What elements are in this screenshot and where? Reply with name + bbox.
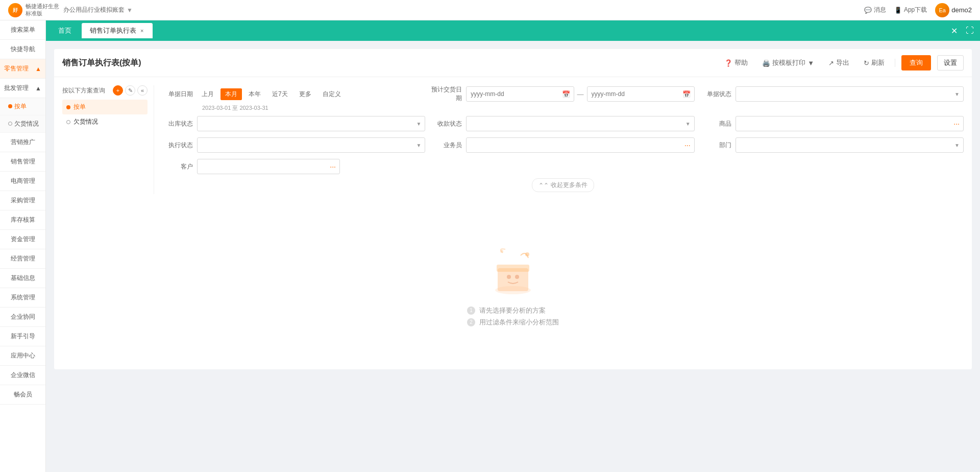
sidebar-item-management[interactable]: 经营管理 bbox=[0, 249, 45, 269]
date-tab-this-year[interactable]: 本年 bbox=[244, 88, 265, 100]
customer-label: 客户 bbox=[162, 162, 193, 171]
scheme-item-欠货情况[interactable]: 欠货情况 bbox=[62, 114, 148, 129]
date-tab-custom[interactable]: 自定义 bbox=[318, 88, 346, 100]
filter-scheme-header: 按以下方案查询 + ✎ « bbox=[62, 85, 148, 96]
help-button[interactable]: ❓ 帮助 bbox=[720, 56, 752, 69]
filter-sidebar-layout: 按以下方案查询 + ✎ « bbox=[62, 85, 964, 194]
receipt-status-select[interactable] bbox=[466, 116, 694, 131]
expected-date-end-input[interactable] bbox=[587, 86, 695, 102]
data-area: 1 请先选择要分析的方案 2 用过滤条件来缩小分析范围 bbox=[54, 204, 972, 369]
tab-close-icon[interactable]: × bbox=[139, 28, 144, 34]
window-expand-icon[interactable]: ⛶ bbox=[964, 24, 976, 37]
dept-select-wrapper bbox=[736, 137, 964, 153]
svg-point-3 bbox=[525, 252, 529, 256]
collapse-button[interactable]: ⌃⌃ 收起更多条件 bbox=[532, 178, 594, 192]
print-button[interactable]: 🖨️ 按模板打印 ▼ bbox=[758, 56, 818, 69]
refresh-button[interactable]: ↻ 刷新 bbox=[860, 56, 889, 69]
sidebar-item-system[interactable]: 系统管理 bbox=[0, 288, 45, 308]
sidebar-item-newbie[interactable]: 新手引导 bbox=[0, 327, 45, 346]
query-button[interactable]: 查询 bbox=[901, 55, 931, 70]
sidebar-sub-item-按单[interactable]: 按单 bbox=[0, 98, 45, 115]
date-tab-last-month[interactable]: 上月 bbox=[197, 88, 218, 100]
svg-point-4 bbox=[500, 250, 503, 253]
sidebar: 搜索菜单 快捷导航 零售管理 ▲ 批发管理 ▲ 按单 欠货情况 营销推广 销售管… bbox=[0, 20, 46, 472]
date-tab-this-month[interactable]: 本月 bbox=[220, 88, 242, 100]
breadcrumb[interactable]: 办公用品行业模拟账套 ▼ bbox=[63, 6, 133, 14]
expected-date-start-wrapper: 📅 bbox=[466, 86, 574, 102]
sidebar-item-inventory[interactable]: 库存核算 bbox=[0, 210, 45, 230]
app-download-button[interactable]: 📱 App下载 bbox=[894, 6, 927, 14]
collapse-bar: ⌃⌃ 收起更多条件 bbox=[162, 174, 964, 194]
doc-status-select[interactable] bbox=[736, 86, 964, 102]
date-tab-more[interactable]: 更多 bbox=[295, 88, 316, 100]
empty-hint-1: 1 请先选择要分析的方案 bbox=[467, 304, 559, 316]
sidebar-item-wholesale[interactable]: 批发管理 ▲ bbox=[0, 79, 45, 98]
filter-date-col: 单据日期 上月 本月 本年 近7天 更多 自定义 bbox=[162, 88, 425, 100]
expected-date-start-input[interactable] bbox=[466, 86, 574, 102]
sidebar-sub-item-欠货情况[interactable]: 欠货情况 bbox=[0, 115, 45, 133]
receipt-status-select-wrapper bbox=[466, 116, 694, 131]
sidebar-item-basic[interactable]: 基础信息 bbox=[0, 269, 45, 288]
page-card: 销售订单执行表(按单) ❓ 帮助 🖨️ 按模板打印 ▼ ↗ bbox=[54, 49, 972, 369]
sidebar-item-appstore[interactable]: 应用中心 bbox=[0, 346, 45, 366]
salesperson-input[interactable] bbox=[466, 137, 694, 153]
message-button[interactable]: 💬 消息 bbox=[864, 6, 886, 14]
filter-receipt-status-col: 收款状态 bbox=[431, 116, 694, 131]
customer-input-wrapper: ··· bbox=[197, 159, 340, 174]
goods-label: 商品 bbox=[701, 120, 731, 128]
scheme-item-按单[interactable]: 按单 bbox=[62, 100, 148, 114]
breadcrumb-arrow-icon: ▼ bbox=[127, 7, 133, 14]
settings-button[interactable]: 设置 bbox=[937, 55, 964, 70]
page-actions: ❓ 帮助 🖨️ 按模板打印 ▼ ↗ 导出 ↻ bbox=[720, 55, 964, 70]
dept-select[interactable] bbox=[736, 137, 964, 153]
tab-sales-order[interactable]: 销售订单执行表 × bbox=[82, 23, 153, 38]
goods-input[interactable] bbox=[736, 116, 964, 131]
logo-area: 好 畅捷通好生意 标准版 bbox=[8, 3, 59, 17]
out-status-select[interactable] bbox=[197, 116, 425, 131]
expected-date-end-wrapper: 📅 bbox=[587, 86, 695, 102]
filter-goods-col: 商品 bbox=[701, 116, 964, 131]
add-scheme-button[interactable]: + bbox=[113, 85, 123, 96]
step-2-icon: 2 bbox=[467, 318, 475, 326]
sidebar-item-retail[interactable]: 零售管理 ▲ bbox=[0, 59, 45, 79]
sidebar-item-wechat[interactable]: 企业微信 bbox=[0, 366, 45, 385]
filter-dept-col: 部门 bbox=[701, 137, 964, 153]
refresh-icon: ↻ bbox=[864, 59, 869, 67]
exec-status-select[interactable] bbox=[197, 137, 425, 153]
sidebar-item-finance[interactable]: 资金管理 bbox=[0, 230, 45, 249]
filter-exec-status-col: 执行状态 bbox=[162, 137, 425, 153]
sidebar-item-cooperation[interactable]: 企业协同 bbox=[0, 308, 45, 327]
user-profile[interactable]: Ea demo2 bbox=[935, 3, 972, 17]
top-header: 好 畅捷通好生意 标准版 办公用品行业模拟账套 ▼ 💬 消息 📱 App下载 E… bbox=[0, 0, 980, 20]
customer-input[interactable] bbox=[197, 159, 340, 174]
collapse-scheme-button[interactable]: « bbox=[137, 85, 148, 96]
exec-status-select-wrapper bbox=[197, 137, 425, 153]
tab-home[interactable]: 首页 bbox=[50, 23, 80, 38]
filter-row-3: 执行状态 业务员 bbox=[162, 137, 964, 153]
help-icon: ❓ bbox=[724, 59, 732, 67]
sidebar-item-purchase[interactable]: 采购管理 bbox=[0, 191, 45, 210]
exec-status-label: 执行状态 bbox=[162, 141, 193, 150]
out-status-label: 出库状态 bbox=[162, 120, 193, 128]
sidebar-item-sales[interactable]: 销售管理 bbox=[0, 152, 45, 172]
sidebar-item-member[interactable]: 畅会员 bbox=[0, 385, 45, 405]
date-tab-7days[interactable]: 近7天 bbox=[267, 88, 292, 100]
sidebar-item-marketing[interactable]: 营销推广 bbox=[0, 133, 45, 152]
filter-area: 按以下方案查询 + ✎ « bbox=[54, 77, 972, 202]
svg-point-5 bbox=[507, 275, 511, 279]
export-button[interactable]: ↗ 导出 bbox=[824, 56, 853, 69]
window-close-icon[interactable]: ✕ bbox=[949, 24, 960, 38]
empty-text-list: 1 请先选择要分析的方案 2 用过滤条件来缩小分析范围 bbox=[467, 304, 559, 328]
sidebar-item-ecommerce[interactable]: 电商管理 bbox=[0, 172, 45, 191]
scheme-inactive-dot bbox=[66, 120, 70, 124]
empty-state: 1 请先选择要分析的方案 2 用过滤条件来缩小分析范围 bbox=[54, 204, 972, 369]
edit-scheme-button[interactable]: ✎ bbox=[125, 85, 135, 96]
sidebar-quick-nav[interactable]: 快捷导航 bbox=[0, 40, 45, 59]
expected-date-inputs: 📅 — 📅 bbox=[466, 86, 694, 102]
date-tabs: 上月 本月 本年 近7天 更多 自定义 bbox=[197, 88, 346, 100]
content-area: 首页 销售订单执行表 × ✕ ⛶ 销售订单执行表(按单) ❓ bbox=[46, 20, 980, 472]
sidebar-search[interactable]: 搜索菜单 bbox=[0, 20, 45, 40]
date-control: 上月 本月 本年 近7天 更多 自定义 bbox=[197, 88, 425, 100]
date-label: 单据日期 bbox=[162, 90, 193, 99]
goods-select-wrapper bbox=[736, 116, 964, 131]
